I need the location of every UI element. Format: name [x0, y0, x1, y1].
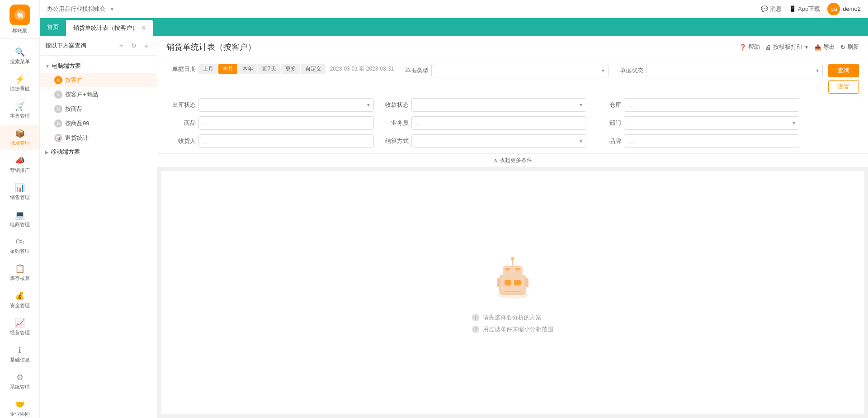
refresh-scheme-btn[interactable]: ↻ [129, 41, 139, 51]
settings-button[interactable]: 设置 [828, 80, 859, 94]
brand-dropdown[interactable]: ... [624, 134, 799, 148]
app-logo: 畅 标账版 [0, 0, 39, 39]
department-dropdown[interactable]: ▾ [624, 116, 799, 130]
mobile-group-expand-icon: ▶ [45, 150, 49, 155]
right-panel: 销货单统计表（按客户） ❓ 帮助 🖨 按模板打印 ▼ 📤 [157, 36, 868, 418]
settlement-dropdown[interactable]: ▾ [411, 134, 587, 148]
export-label: 导出 [823, 43, 835, 51]
date-btn-more[interactable]: 更多 [281, 64, 300, 74]
sidebar-item-system[interactable]: ⚙ 系统管理 [0, 369, 39, 394]
warehouse-label: 仓库 [592, 101, 621, 109]
user-profile[interactable]: Ea demo2 [827, 3, 861, 15]
payment-status-dropdown[interactable]: ▾ [411, 98, 587, 112]
tree-item-by-goods99[interactable]: 囧 按商品99 [40, 116, 157, 131]
sidebar-item-retail[interactable]: 🛒 零售管理 [0, 98, 39, 123]
query-button[interactable]: 查询 [828, 64, 859, 77]
sidebar-item-basic-info[interactable]: ℹ 基础信息 [0, 342, 39, 367]
home-tab-label: 首页 [47, 23, 59, 31]
hint-2-num: 2 [472, 326, 479, 333]
sidebar-item-ecommerce[interactable]: 💻 电商管理 [0, 206, 39, 232]
department-label: 部门 [592, 119, 621, 127]
hint-2-text: 用过滤条件来缩小分析范围 [483, 325, 553, 333]
settlement-chevron: ▾ [580, 138, 582, 144]
export-btn[interactable]: 📤 导出 [814, 43, 835, 51]
print-btn[interactable]: 🖨 按模板打印 ▼ [765, 43, 809, 51]
print-arrow: ▼ [804, 45, 809, 50]
page-title: 销货单统计表（按客户） [166, 42, 256, 52]
page-header: 销货单统计表（按客户） ❓ 帮助 🖨 按模板打印 ▼ 📤 [157, 36, 868, 58]
doc-status-chevron: ▾ [816, 67, 819, 74]
logo-icon: 畅 [9, 5, 30, 25]
tab-close-icon[interactable]: × [142, 24, 146, 32]
doc-type-filter: 单据类型 ▾ [399, 64, 608, 77]
svg-point-14 [511, 257, 514, 261]
sidebar-item-finance[interactable]: 💰 资金管理 [0, 287, 39, 313]
goods-dropdown[interactable]: ... [198, 116, 374, 130]
sidebar-item-marketing[interactable]: 📣 营销推广 [0, 152, 39, 177]
refresh-btn[interactable]: ↻ 刷新 [840, 43, 859, 51]
empty-hints: 1 请先选择要分析的方案 2 用过滤条件来缩小分析范围 [472, 314, 553, 333]
page-header-top: 销货单统计表（按客户） ❓ 帮助 🖨 按模板打印 ▼ 📤 [166, 42, 859, 52]
out-status-dropdown[interactable]: ▾ [198, 98, 374, 112]
goods-value: ... [203, 120, 208, 127]
tree-container: ▼ 电脑端方案 按 按客户 ㊈ 按客户+商品 [40, 56, 157, 418]
export-icon: 📤 [814, 44, 821, 51]
group-expand-icon: ▼ [45, 64, 50, 69]
empty-hint-1: 1 请先选择要分析的方案 [472, 314, 553, 322]
collapse-icon: « [145, 42, 148, 49]
topbar-dropdown-arrow[interactable]: ▼ [109, 6, 115, 12]
help-btn[interactable]: ❓ 帮助 [739, 43, 760, 51]
tab-home[interactable]: 首页 [40, 18, 66, 36]
sidebar-item-wholesale[interactable]: 📦 批发管理 [0, 125, 39, 150]
doc-type-dropdown[interactable]: ▾ [431, 64, 608, 77]
sidebar-item-quick-nav[interactable]: ⚡ 快捷导航 [0, 71, 39, 96]
tab-sales-report[interactable]: 销货单统计表（按客户） × [66, 20, 153, 36]
salesperson-value: ... [415, 120, 420, 127]
app-download-btn[interactable]: 📱 App下载 [789, 5, 820, 13]
date-btn-this-year[interactable]: 本年 [238, 64, 257, 74]
salesperson-dropdown[interactable]: ... [411, 116, 587, 130]
desktop-group-header[interactable]: ▼ 电脑端方案 [40, 59, 157, 73]
avatar: Ea [827, 3, 840, 15]
print-label: 按模板打印 [773, 43, 802, 51]
date-btn-custom[interactable]: 自定义 [301, 64, 326, 74]
sidebar-item-enterprise[interactable]: 🤝 企业协同 [0, 396, 39, 418]
topbar: 办公用品行业模拟账套 ▼ 💬 消息 📱 App下载 Ea demo2 [40, 0, 868, 18]
recipient-filter: 收货人 ... [166, 134, 374, 148]
tree-item-by-customer[interactable]: 按 按客户 [40, 73, 157, 87]
sidebar-item-operations[interactable]: 📈 经营管理 [0, 314, 39, 340]
help-label: 帮助 [748, 43, 760, 51]
sidebar-item-search[interactable]: 🔍 搜索菜单 [0, 43, 39, 69]
quick-nav-icon: ⚡ [15, 74, 25, 84]
warehouse-dropdown[interactable]: ... [624, 98, 799, 112]
tree-item-by-goods[interactable]: 囧 按商品 [40, 102, 157, 116]
svg-rect-5 [505, 280, 511, 285]
message-btn[interactable]: 💬 消息 [761, 5, 782, 13]
tree-item-icon-customer: 按 [54, 76, 62, 84]
date-btn-this-month[interactable]: 本月 [218, 64, 237, 74]
svg-rect-10 [503, 266, 523, 276]
collapse-bar[interactable]: ∧ 收起更多条件 [157, 154, 868, 167]
date-btn-7-days[interactable]: 近7天 [258, 64, 280, 74]
desktop-group: ▼ 电脑端方案 按 按客户 ㊈ 按客户+商品 [40, 59, 157, 145]
message-icon: 💬 [761, 5, 768, 12]
page-header-actions: ❓ 帮助 🖨 按模板打印 ▼ 📤 导出 ↻ [739, 43, 859, 51]
sidebar-item-sales[interactable]: 📊 销售管理 [0, 179, 39, 204]
empty-state: 1 请先选择要分析的方案 2 用过滤条件来缩小分析范围 [161, 171, 864, 414]
doc-status-dropdown[interactable]: ▾ [646, 64, 823, 77]
sidebar-item-purchase[interactable]: 🛍 采购管理 [0, 233, 39, 258]
filter-area: 单据日期 上月 本月 本年 近7天 更多 自定义 2023-03-01 至 20… [157, 58, 868, 154]
tree-item-by-customer-goods[interactable]: ㊈ 按客户+商品 [40, 87, 157, 102]
filter-row-2: 出库状态 ▾ 收款状态 ▾ 仓库 [166, 98, 859, 112]
mobile-group-header[interactable]: ▶ 移动端方案 [40, 145, 157, 159]
collapse-panel-btn[interactable]: « [142, 41, 151, 51]
sidebar-item-inventory[interactable]: 📋 库存核算 [0, 260, 39, 285]
topbar-right: 💬 消息 📱 App下载 Ea demo2 [761, 3, 861, 15]
tree-item-return-stats[interactable]: 📊 退货统计 [40, 131, 157, 145]
add-scheme-btn[interactable]: ＋ [116, 41, 126, 51]
svg-rect-12 [515, 268, 520, 271]
marketing-icon: 📣 [15, 156, 25, 166]
hint-1-text: 请先选择要分析的方案 [483, 314, 542, 322]
date-btn-last-month[interactable]: 上月 [198, 64, 217, 74]
recipient-dropdown[interactable]: ... [198, 134, 374, 148]
